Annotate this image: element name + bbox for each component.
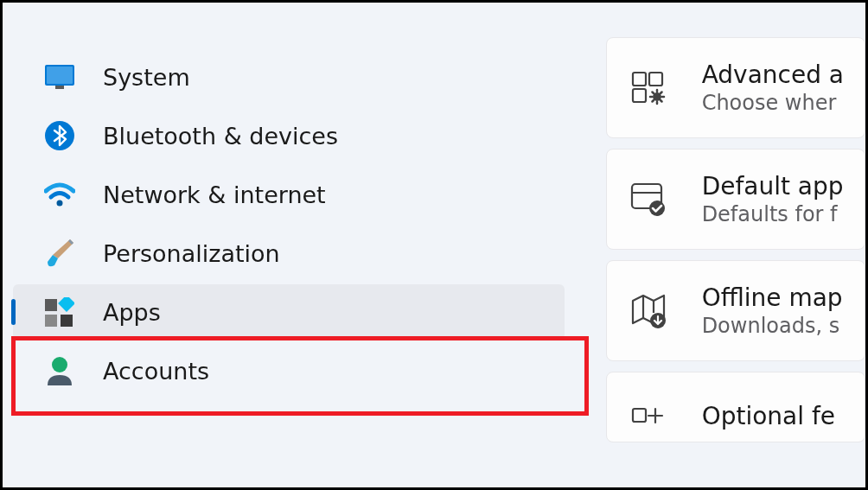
settings-sidebar: System Bluetooth & devices Network & int… [3,3,580,487]
svg-rect-10 [633,73,646,86]
map-download-icon [628,290,669,332]
card-title: Default app [702,172,844,200]
svg-rect-12 [633,89,646,102]
card-subtitle: Defaults for f [702,202,844,226]
monitor-icon [44,61,75,92]
svg-rect-8 [61,315,73,327]
svg-rect-5 [45,299,57,311]
sidebar-item-personalization[interactable]: Personalization [3,226,580,281]
paintbrush-icon [44,238,75,269]
card-default-apps[interactable]: Default app Defaults for f [606,149,865,250]
card-subtitle: Choose wher [702,91,844,115]
svg-rect-2 [55,86,64,89]
card-subtitle: Downloads, s [702,314,843,338]
svg-point-9 [52,357,67,372]
card-title: Offline map [702,283,843,312]
svg-point-16 [649,200,665,216]
sidebar-item-accounts[interactable]: Accounts [3,343,580,398]
grid-gear-icon [628,67,669,109]
svg-rect-1 [47,67,73,84]
card-advanced-app-settings[interactable]: Advanced a Choose wher [606,37,865,138]
person-icon [44,355,75,386]
sidebar-item-label: Personalization [103,240,280,267]
sidebar-item-apps[interactable]: Apps [13,284,565,340]
sidebar-item-network[interactable]: Network & internet [3,167,580,222]
svg-rect-20 [633,409,646,422]
card-title: Advanced a [702,60,844,89]
sidebar-item-label: Accounts [103,358,209,385]
card-optional-features[interactable]: Optional fe [606,372,865,442]
sidebar-item-label: Bluetooth & devices [103,123,338,150]
settings-main-panel: Advanced a Choose wher Default app Defau… [580,3,865,487]
svg-rect-6 [58,297,74,312]
sidebar-item-label: Apps [103,299,161,326]
svg-point-4 [57,200,63,207]
grid-plus-icon [628,395,669,436]
apps-icon [44,296,75,328]
svg-rect-11 [649,73,662,86]
wifi-icon [44,179,75,210]
sidebar-item-label: Network & internet [103,181,326,208]
card-offline-maps[interactable]: Offline map Downloads, s [606,260,865,361]
sidebar-item-bluetooth[interactable]: Bluetooth & devices [3,108,580,163]
sidebar-item-system[interactable]: System [3,49,580,105]
svg-rect-7 [45,315,57,327]
card-title: Optional fe [702,402,835,430]
bluetooth-icon [44,120,75,151]
sidebar-item-label: System [103,64,190,91]
window-check-icon [628,179,669,220]
